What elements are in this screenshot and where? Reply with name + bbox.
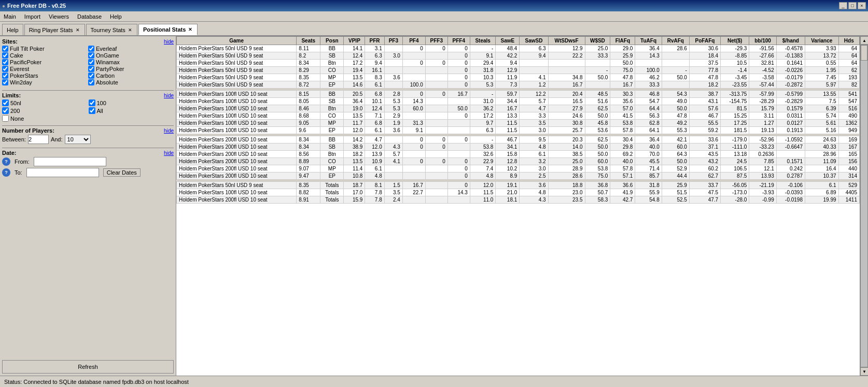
scrollbar[interactable]: ▲ ▼ (860, 36, 868, 376)
table-cell: 57.8 (610, 127, 635, 134)
table-cell (447, 120, 470, 127)
site-checkbox[interactable] (2, 73, 8, 79)
between-input[interactable] (28, 135, 49, 144)
ring-player-stats-tab[interactable]: Ring Player Stats ✕ (24, 24, 85, 35)
and-select[interactable]: 1098 (65, 135, 91, 144)
site-checkbox[interactable] (88, 46, 94, 52)
table-cell: 4.8 (365, 173, 384, 180)
column-header[interactable]: Hds (838, 37, 859, 45)
table-cell (384, 60, 402, 67)
table-cell: 0 (447, 45, 470, 52)
column-header[interactable]: RvAFq (662, 37, 689, 45)
column-header[interactable]: Game (177, 37, 297, 45)
close-button[interactable]: × (858, 2, 866, 9)
column-header[interactable]: Seats (297, 37, 320, 45)
date-hide-button[interactable]: hide (164, 150, 174, 156)
tourney-stats-tab[interactable]: Tourney Stats ✕ (86, 24, 137, 35)
from-date-input[interactable] (34, 157, 106, 166)
positional-stats-close[interactable]: ✕ (188, 27, 193, 32)
table-cell: 36.4 (635, 136, 662, 144)
table-cell: Holdem PokerStars 100fl USD 10 seat (177, 189, 297, 196)
num-players-hide-button[interactable]: hide (164, 128, 174, 134)
limit-label: 200 (10, 108, 20, 114)
site-checkbox[interactable] (2, 66, 8, 72)
column-header[interactable]: TuAFq (635, 37, 662, 45)
clear-dates-button[interactable]: Clear Dates (103, 168, 141, 177)
table-cell: 7.85 (749, 158, 776, 165)
table-cell: 8.35 (297, 182, 320, 189)
table-cell: CO (320, 158, 344, 165)
table-cell: 57.0 (610, 105, 635, 112)
table-cell: 55.5 (689, 120, 720, 127)
limit-checkbox[interactable] (89, 99, 95, 106)
limit-checkbox[interactable] (89, 107, 95, 114)
table-cell: -0.0179 (776, 74, 805, 81)
table-cell: 490 (838, 112, 859, 120)
column-header[interactable]: VPIP (344, 37, 365, 45)
help-tab[interactable]: Help (2, 24, 23, 35)
scroll-up-arrow[interactable]: ▲ (860, 36, 868, 45)
column-header[interactable]: bb/100 (749, 37, 776, 45)
table-cell: Totals (320, 182, 344, 189)
positional-stats-tab[interactable]: Positional Stats ✕ (138, 24, 198, 35)
table-cell: SB (320, 144, 344, 151)
maximize-button[interactable]: □ (848, 2, 857, 9)
column-header[interactable]: Steals (470, 37, 496, 45)
column-header[interactable]: PF4 (402, 37, 425, 45)
limits-hide-button[interactable]: hide (164, 93, 174, 98)
table-cell: 23.5 (548, 196, 585, 204)
table-cell: 10.8 (344, 173, 365, 180)
sites-hide-button[interactable]: hide (164, 39, 174, 45)
tourney-stats-close[interactable]: ✕ (128, 27, 133, 33)
column-header[interactable]: Net($) (721, 37, 749, 45)
to-date-input[interactable] (26, 168, 99, 177)
table-cell: 11.5 (496, 127, 520, 134)
table-cell: -111.0 (721, 144, 749, 151)
menu-main[interactable]: Main (2, 13, 18, 20)
table-cell: 0 (447, 112, 470, 120)
column-header[interactable]: PFF4 (447, 37, 470, 45)
column-header[interactable]: PoFAFq (689, 37, 720, 45)
table-cell: 81.5 (721, 105, 749, 112)
column-header[interactable]: Variance (805, 37, 839, 45)
column-header[interactable]: SawE (496, 37, 520, 45)
site-checkbox[interactable] (2, 46, 8, 52)
minimize-button[interactable]: _ (839, 2, 847, 9)
refresh-button[interactable]: Refresh (2, 360, 174, 374)
site-checkbox[interactable] (88, 59, 94, 65)
table-cell: 0 (447, 136, 470, 144)
ring-player-stats-close[interactable]: ✕ (75, 27, 80, 33)
menu-help[interactable]: Help (108, 13, 123, 20)
column-header[interactable]: PFF3 (425, 37, 447, 45)
table-cell: 45.5 (635, 158, 662, 165)
site-checkbox[interactable] (88, 52, 94, 59)
site-checkbox[interactable] (2, 79, 8, 85)
column-header[interactable]: WtSDwsF (548, 37, 585, 45)
site-checkbox[interactable] (88, 73, 94, 79)
scroll-down-arrow[interactable]: ▼ (860, 367, 868, 376)
menu-database[interactable]: Database (76, 13, 103, 20)
column-header[interactable]: FlAFq (610, 37, 635, 45)
limit-checkbox[interactable] (2, 115, 9, 122)
limit-checkbox[interactable] (2, 107, 9, 114)
column-header[interactable]: PF3 (384, 37, 402, 45)
table-row: Holdem PokerStars 50nl USD 9 seat8.35Tot… (177, 182, 860, 189)
to-help-icon[interactable]: ? (2, 168, 10, 177)
table-cell: 60.2 (689, 165, 720, 173)
column-header[interactable]: PFR (365, 37, 384, 45)
column-header[interactable]: W$SD (585, 37, 610, 45)
column-header[interactable]: SawSD (520, 37, 548, 45)
site-checkbox[interactable] (88, 66, 94, 72)
site-checkbox[interactable] (2, 59, 8, 65)
column-header[interactable]: Posn (320, 37, 344, 45)
site-checkbox[interactable] (2, 52, 8, 59)
limit-checkbox[interactable] (2, 99, 9, 106)
menu-viewers[interactable]: Viewers (47, 13, 71, 20)
site-checkbox[interactable] (88, 79, 94, 85)
site-label: Full Tilt Poker (10, 46, 45, 52)
table-cell: 3.93 (805, 45, 839, 52)
menu-import[interactable]: Import (23, 13, 42, 20)
from-help-icon[interactable]: ? (2, 157, 10, 166)
table-cell: 11.9 (496, 74, 520, 81)
column-header[interactable]: $/hand (776, 37, 805, 45)
